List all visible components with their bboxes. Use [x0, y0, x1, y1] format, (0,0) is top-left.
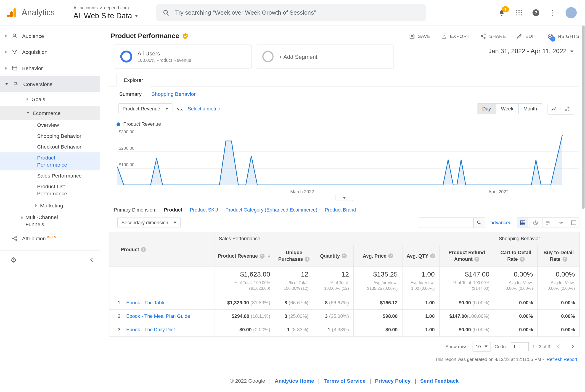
add-segment-button[interactable]: + Add Segment [256, 44, 394, 68]
share-button[interactable]: SHARE [480, 33, 506, 39]
help-icon[interactable]: ? [474, 257, 479, 262]
column-header-avg-price[interactable]: Avg. Price? [354, 245, 402, 267]
analytics-logo-icon[interactable] [6, 6, 18, 18]
sidebar-item-checkout-behavior[interactable]: Checkout Behavior [0, 142, 100, 152]
column-header-product-revenue[interactable]: Product Revenue?↓ [214, 245, 275, 267]
row-range-label: 1 - 3 of 3 [532, 344, 550, 349]
breadcrumb-account[interactable]: eepedd.com [104, 5, 129, 10]
notifications-bell-icon[interactable]: 1 [498, 9, 505, 16]
segment-all-users[interactable]: All Users 100.00% Product Revenue [114, 44, 252, 68]
product-link[interactable]: Ebook - The Meal Plan Guide [126, 313, 190, 319]
dimension-product[interactable]: Product [164, 207, 182, 213]
breadcrumb-separator: > [100, 5, 102, 10]
help-icon[interactable]: ? [388, 254, 393, 258]
help-icon[interactable]: ? [342, 254, 347, 258]
account-picker[interactable]: All accounts > eepedd.com All Web Site D… [74, 5, 154, 20]
granularity-week[interactable]: Week [496, 104, 518, 114]
column-header-unique-purchases[interactable]: Unique Purchases? [275, 245, 313, 267]
show-rows-select[interactable]: 10 [472, 342, 491, 352]
sidebar-item-acquisition[interactable]: Acquisition [0, 44, 100, 60]
next-page-icon[interactable] [567, 342, 577, 351]
performance-view-icon[interactable] [542, 218, 553, 228]
help-icon[interactable]: ? [305, 257, 310, 262]
table-search-button[interactable] [473, 218, 485, 228]
footer-link-privacy[interactable]: Privacy Policy [375, 378, 411, 384]
dimension-product-sku[interactable]: Product SKU [190, 207, 218, 213]
help-icon[interactable]: ? [260, 254, 264, 258]
help-icon[interactable]: ? [562, 257, 567, 262]
sidebar-item-behavior[interactable]: Behavior [0, 60, 100, 76]
apps-grid-icon[interactable] [515, 9, 523, 16]
dimension-product-brand[interactable]: Product Brand [325, 207, 356, 213]
subtab-shopping-behavior[interactable]: Shopping Behavior [151, 91, 196, 97]
tab-explorer[interactable]: Explorer [117, 74, 150, 86]
export-button[interactable]: EXPORT [441, 33, 470, 39]
sidebar-item-audience[interactable]: Audience [0, 28, 100, 44]
motion-chart-type-icon[interactable] [560, 103, 573, 114]
y-axis-tick: $200.00 [119, 146, 134, 150]
comparison-view-icon[interactable] [555, 218, 566, 228]
insights-button[interactable]: 5 INSIGHTS [547, 33, 579, 40]
sidebar-item-goals[interactable]: Goals [0, 92, 100, 106]
sidebar-item-overview[interactable]: Overview [0, 120, 100, 131]
goto-page-input[interactable] [511, 342, 529, 351]
sidebar-item-product-list-performance[interactable]: Product List Performance [0, 181, 100, 199]
product-link[interactable]: Ebook - The Daily Diet [126, 327, 175, 332]
footer-link-feedback[interactable]: Send Feedback [420, 378, 458, 384]
sidebar-item-conversions[interactable]: Conversions [0, 76, 100, 92]
prev-page-icon[interactable] [554, 342, 564, 351]
granularity-day[interactable]: Day [477, 104, 496, 114]
chevron-down-icon [343, 197, 346, 199]
sidebar-item-marketing[interactable]: Marketing [0, 199, 100, 212]
sidebar-item-ecommerce[interactable]: Ecommerce [0, 106, 100, 120]
sidebar-item-sales-performance[interactable]: Sales Performance [0, 170, 100, 181]
product-link[interactable]: Ebook - The Table [126, 300, 166, 306]
timeseries-chart[interactable]: $300.00 $200.00 $100.00 March 2022 April… [117, 128, 579, 195]
edit-button[interactable]: EDIT [516, 33, 536, 39]
help-icon[interactable]: ? [520, 257, 524, 262]
breadcrumb-all-accounts[interactable]: All accounts [74, 5, 98, 10]
metric-selector[interactable]: Product Revenue [118, 103, 172, 114]
pivot-view-icon[interactable] [568, 218, 579, 228]
admin-gear-icon[interactable]: ⚙ [11, 256, 17, 264]
collapse-sidebar-icon[interactable] [89, 257, 94, 263]
help-icon[interactable]: ? [430, 254, 435, 258]
subtab-summary[interactable]: Summary [119, 91, 142, 97]
group-header-sales-performance: Sales Performance [214, 232, 494, 245]
avatar[interactable] [565, 7, 577, 18]
secondary-dimension-selector[interactable]: Secondary dimension [117, 217, 181, 228]
global-search[interactable] [156, 4, 426, 21]
percentage-view-icon[interactable] [529, 218, 541, 228]
column-header-cart-to-detail-rate[interactable]: Cart-to-Detail Rate? [494, 245, 537, 267]
chart-type-control [547, 103, 574, 114]
granularity-month[interactable]: Month [518, 104, 542, 114]
column-header-buy-to-detail-rate[interactable]: Buy-to-Detail Rate? [537, 245, 579, 267]
footer-link-terms[interactable]: Terms of Service [324, 378, 366, 384]
dimension-product-category[interactable]: Product Category (Enhanced Ecommerce) [225, 207, 317, 213]
line-chart-type-icon[interactable] [548, 103, 561, 114]
refresh-report-link[interactable]: Refresh Report [547, 357, 577, 362]
sidebar-item-multi-channel-funnels[interactable]: Multi-Channel Funnels [0, 212, 100, 230]
page-scrollbar[interactable] [581, 26, 585, 392]
sidebar-item-product-performance[interactable]: Product Performance [0, 152, 100, 170]
view-selector-label[interactable]: All Web Site Data [74, 12, 132, 20]
advanced-link[interactable]: advanced [490, 220, 512, 226]
sidebar-item-attribution[interactable]: AttributionBETA [0, 230, 100, 246]
save-button[interactable]: SAVE [409, 33, 430, 39]
help-icon[interactable]: ? [532, 9, 539, 16]
column-header-product[interactable]: Product? [109, 232, 214, 267]
more-vert-icon[interactable]: ⋮ [549, 9, 556, 16]
footer-link-analytics-home[interactable]: Analytics Home [275, 378, 314, 384]
column-header-product-refund-amount[interactable]: Product Refund Amount? [439, 245, 494, 267]
select-metric-link[interactable]: Select a metric [188, 106, 220, 112]
sidebar-item-shopping-behavior[interactable]: Shopping Behavior [0, 131, 100, 142]
table-search-input[interactable] [419, 218, 473, 228]
column-header-avg-qty[interactable]: Avg. QTY? [402, 245, 439, 267]
collapse-chart-button[interactable] [335, 195, 353, 201]
help-icon[interactable]: ? [141, 247, 146, 252]
global-search-input[interactable] [174, 9, 420, 16]
column-header-quantity[interactable]: Quantity? [313, 245, 354, 267]
scrollbar-thumb[interactable] [582, 26, 584, 209]
table-view-icon[interactable] [517, 218, 528, 228]
date-range-picker[interactable]: Jan 31, 2022 - Apr 11, 2022 [488, 44, 579, 55]
